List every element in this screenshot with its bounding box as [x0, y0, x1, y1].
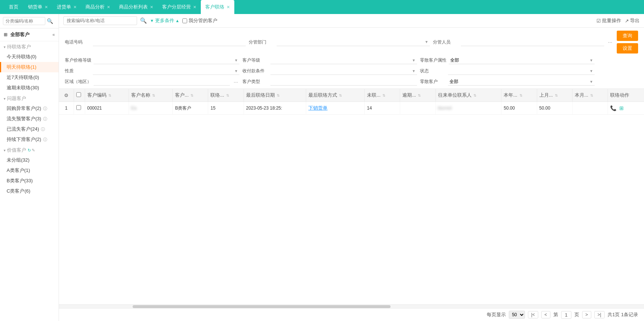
sidebar-item-churned[interactable]: 已流失客户(24) ⓘ [0, 124, 59, 134]
edit-icon[interactable]: ✎ [32, 148, 35, 153]
sort-icon-liaison[interactable]: ⇅ [473, 93, 476, 97]
sort-icon-type[interactable]: ⇅ [190, 93, 193, 97]
sidebar-item-class-c-label: C类客户(6) [7, 188, 30, 194]
last-page-button[interactable]: >| [594, 311, 605, 318]
sidebar-group-pending-title[interactable]: ▾ 待联络客户 [0, 41, 59, 52]
filter-payment-select[interactable] [270, 67, 417, 75]
filter-dept-select[interactable] [277, 38, 430, 46]
th-code-label: 客户编码 [87, 92, 106, 98]
th-checkbox[interactable] [74, 89, 85, 102]
sort-icon-not-contact[interactable]: ⇅ [382, 93, 385, 97]
filter-manager-input[interactable] [461, 38, 605, 46]
filter-customer-level-select[interactable] [270, 56, 417, 64]
my-customers-checkbox[interactable] [182, 18, 187, 23]
first-page-button[interactable]: |< [528, 311, 538, 318]
sort-icon-this-year[interactable]: ⇅ [519, 93, 522, 97]
table-scrollbar[interactable] [59, 304, 644, 308]
td-overdue [400, 102, 435, 115]
nav-customer-tier[interactable]: 客户分层经营 ✕ [158, 0, 201, 14]
filter-nature-select[interactable] [93, 67, 239, 75]
filter-row-4: 区域（地区） ··· 客户类型 零散客户 全部 ▼ [65, 78, 638, 86]
filter-region-input[interactable] [94, 78, 230, 86]
sort-icon-this-month[interactable]: ⇅ [590, 93, 593, 97]
sidebar-item-overdue[interactable]: 逾期未联络(30) [0, 83, 59, 93]
arrow-down-icon-3: ▾ [4, 148, 6, 152]
sort-icon-last-method[interactable]: ⇅ [339, 93, 342, 97]
sidebar-item-class-a[interactable]: A类客户(1) [0, 165, 59, 176]
th-last-date: 最后联络日期 ⇅ [244, 89, 306, 102]
sidebar-item-declining[interactable]: 持续下滑客户(2) ⓘ [0, 134, 59, 145]
refresh-icon[interactable]: ↻ [28, 148, 31, 153]
nav-product-analysis-list-close[interactable]: ✕ [150, 5, 153, 10]
filter-status-select-wrapper: ▼ [448, 67, 595, 75]
nav-purchase-order-close[interactable]: ✕ [73, 5, 77, 10]
my-customers-checkbox-label[interactable]: 我分管的客户 [182, 17, 217, 24]
nav-sales-order[interactable]: 销货单 ✕ [24, 0, 52, 14]
sort-icon-name[interactable]: ⇅ [152, 93, 155, 97]
filter-search-icon[interactable]: 🔍 [140, 17, 147, 24]
scrollbar-thumb[interactable] [133, 305, 391, 308]
filter-region-dots[interactable]: ··· [232, 79, 239, 85]
sort-icon-overdue[interactable]: ⇅ [418, 93, 421, 97]
more-conditions-button[interactable]: ▼ 更多条件 ▲ [150, 17, 179, 24]
filter-status: 状态 ▼ [420, 67, 595, 75]
filter-status-select[interactable] [448, 67, 595, 75]
export-button[interactable]: ↗ 导出 [625, 17, 640, 24]
nav-product-analysis[interactable]: 商品分析 ✕ [81, 0, 115, 14]
table-settings-icon[interactable]: ⚙ [64, 93, 69, 98]
sort-icon-last-month[interactable]: ⇅ [555, 93, 558, 97]
sort-icon-code[interactable]: ⇅ [108, 93, 111, 97]
sidebar-group-value-title[interactable]: ▾ 价值客户 ↻ ✎ [0, 145, 59, 155]
sidebar-item-tomorrow[interactable]: 明天待联络(1) [0, 62, 59, 72]
th-this-month-label: 本月... [575, 92, 588, 98]
sort-icon-last-date[interactable]: ⇅ [277, 93, 280, 97]
sidebar-item-ungrouped[interactable]: 未分组(32) [0, 155, 59, 165]
filter-customer-type-input[interactable] [270, 78, 417, 86]
per-page-select[interactable]: 50 [509, 311, 525, 319]
prev-page-button[interactable]: < [541, 311, 550, 318]
filter-price-level-select[interactable] [94, 56, 239, 64]
td-last-method[interactable]: 下销货单 [306, 102, 365, 115]
th-last-month-label: 上月... [539, 92, 553, 98]
nav-customer-tier-close[interactable]: ✕ [193, 5, 196, 10]
filter-retail-customer-select[interactable]: 全部 [448, 78, 595, 85]
nav-home[interactable]: 首页 [4, 0, 24, 14]
nav-customer-contact-close[interactable]: ✕ [227, 5, 230, 10]
sidebar-all-customers[interactable]: ⊞ 全部客户 « [0, 28, 59, 41]
filter-customer-level-label: 客户等级 [242, 57, 268, 63]
sidebar-item-churn-warning[interactable]: 流失预警客户(3) ⓘ [0, 114, 59, 124]
sort-icon-contact[interactable]: ⇅ [226, 93, 229, 97]
row-checkbox[interactable] [76, 105, 81, 110]
filter-retail-attr-select[interactable]: 全部 [449, 56, 595, 64]
nav-customer-contact[interactable]: 客户联络 ✕ [201, 0, 234, 14]
sidebar-search-icon[interactable]: 🔍 [47, 18, 53, 24]
sidebar-item-class-b[interactable]: B类客户(33) [0, 176, 59, 186]
sidebar-item-repurchase-label: 回购异常客户(2) [7, 106, 41, 111]
nav-sales-order-close[interactable]: ✕ [45, 5, 48, 10]
sidebar-collapse-icon[interactable]: « [52, 32, 55, 37]
nav-purchase-order[interactable]: 进货单 ✕ [52, 0, 81, 14]
sidebar-item-today[interactable]: 今天待联络(0) [0, 52, 59, 62]
th-settings[interactable]: ⚙ [59, 89, 74, 102]
sidebar-item-class-c[interactable]: C类客户(6) [0, 186, 59, 196]
sidebar-item-repurchase-abnormal[interactable]: 回购异常客户(2) ⓘ [0, 103, 59, 114]
arrow-down-icon: ▾ [4, 45, 6, 49]
next-page-button[interactable]: > [582, 311, 591, 318]
sidebar-group-problem-title[interactable]: ▾ 问题客户 [0, 93, 59, 103]
filter-search-input[interactable] [63, 16, 137, 25]
th-type-label: 客户... [175, 92, 189, 98]
settings-button[interactable]: 设置 [617, 43, 638, 54]
nav-product-analysis-close[interactable]: ✕ [107, 5, 110, 10]
filter-phone-input[interactable] [93, 38, 246, 46]
batch-op-button[interactable]: ☑ 批量操作 [596, 17, 621, 24]
th-last-method: 最后联络方式 ⇅ [306, 89, 365, 102]
nav-product-analysis-list[interactable]: 商品分析列表 ✕ [115, 0, 158, 14]
action-grid-icon[interactable]: ⊞ [619, 105, 624, 111]
filter-manager-dots[interactable]: ··· [606, 39, 614, 45]
action-phone-icon[interactable]: 📞 [610, 105, 616, 111]
sidebar-item-7days[interactable]: 近7天待联络(0) [0, 72, 59, 83]
query-button[interactable]: 查询 [617, 31, 638, 41]
sidebar-search-input[interactable] [3, 17, 45, 25]
td-checkbox[interactable] [74, 102, 85, 115]
select-all-checkbox[interactable] [76, 92, 81, 97]
